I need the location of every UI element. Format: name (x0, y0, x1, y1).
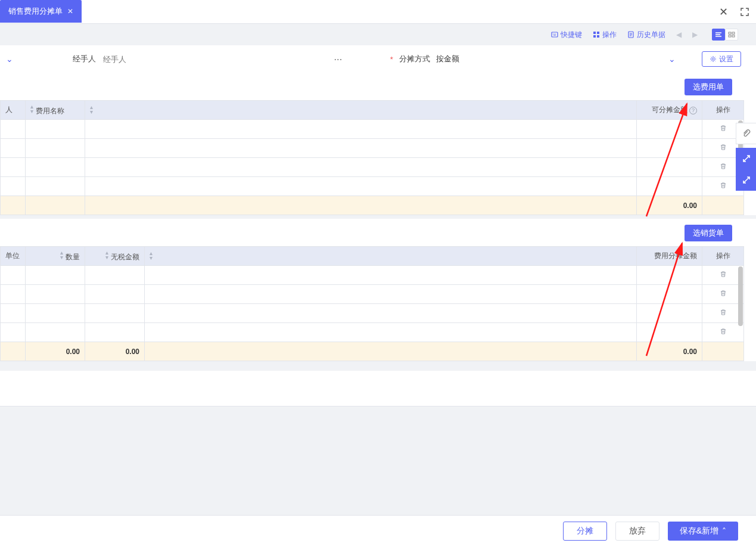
sales-table: 单位 ▴▾数量 ▴▾无税金额 ▴▾ 费用分摊金额 操作 0.000.000.00 (0, 246, 744, 361)
form-row: ⌄ 经手人 ··· * 分摊方式 按金额 ⌄ 设置 (0, 45, 756, 73)
keyboard-icon (551, 31, 558, 38)
view-card-icon[interactable] (725, 29, 738, 41)
grid-icon (593, 31, 600, 38)
chevron-down-icon[interactable]: ⌄ (668, 54, 676, 64)
col-person[interactable]: 人 (1, 101, 26, 120)
table-row[interactable] (1, 158, 744, 177)
svg-rect-2 (597, 32, 599, 34)
handler-lookup-icon[interactable]: ··· (334, 55, 343, 64)
col-op2: 操作 (702, 247, 744, 266)
fullscreen-icon[interactable] (739, 7, 750, 17)
scrollbar[interactable] (738, 266, 743, 326)
handler-input[interactable] (102, 54, 328, 64)
trash-icon[interactable] (720, 163, 727, 172)
table-row[interactable] (1, 323, 744, 342)
sort-icon: ▴▾ (30, 104, 33, 114)
total-row: 0.00 (1, 196, 744, 215)
table-row[interactable] (1, 139, 744, 158)
next-record-icon[interactable]: ▶ (692, 30, 698, 39)
svg-rect-3 (593, 35, 596, 38)
col-notax[interactable]: ▴▾无税金额 (85, 247, 145, 266)
table-row[interactable] (1, 177, 744, 196)
required-marker: * (390, 55, 393, 64)
col-op: 操作 (702, 101, 744, 120)
sort-icon: ▴▾ (90, 105, 93, 114)
right-rail (736, 123, 756, 191)
table-row[interactable] (1, 285, 744, 304)
svg-rect-0 (552, 32, 558, 37)
expense-table: 人 ▴▾费用名称 ▴▾ 可分摊金额? 操作 0.00 (0, 100, 744, 215)
handler-label: 经手人 (73, 54, 96, 64)
svg-rect-4 (597, 35, 599, 38)
svg-rect-9 (732, 35, 735, 37)
table-row[interactable] (1, 120, 744, 139)
chevron-up-icon: ˄ (722, 526, 726, 536)
col-expense-name[interactable]: ▴▾费用名称 (26, 101, 85, 120)
trash-icon[interactable] (720, 309, 727, 318)
col-blank2[interactable]: ▴▾ (145, 247, 637, 266)
save-new-button[interactable]: 保存&新增 ˄ (668, 522, 738, 541)
trash-icon[interactable] (720, 271, 727, 280)
discard-button[interactable]: 放弃 (615, 522, 659, 541)
method-select[interactable]: 按金额 (436, 54, 662, 64)
expense-table-section: 选费用单 人 ▴▾费用名称 ▴▾ 可分摊金额? 操作 (0, 73, 756, 215)
svg-rect-8 (729, 35, 731, 37)
trash-icon[interactable] (720, 290, 727, 299)
page-toolbar: 快捷键 操作 历史单据 ◀ ▶ (0, 24, 756, 45)
history-icon (627, 31, 634, 38)
svg-rect-1 (593, 32, 596, 34)
settings-button[interactable]: 设置 (702, 51, 741, 67)
history-link[interactable]: 历史单据 (627, 30, 665, 40)
sort-icon: ▴▾ (60, 250, 63, 260)
trash-icon[interactable] (720, 144, 727, 153)
col-blank[interactable]: ▴▾ (85, 101, 637, 120)
trash-icon[interactable] (720, 328, 727, 337)
table-row[interactable] (1, 304, 744, 323)
sales-table-section: 选销货单 单位 ▴▾数量 ▴▾无税金额 ▴▾ 费用分摊金额 操作 (0, 219, 756, 361)
allocate-button[interactable]: 分摊 (563, 522, 607, 541)
trash-icon[interactable] (720, 125, 727, 134)
attachment-icon[interactable] (736, 123, 756, 144)
tab-sales-expense[interactable]: 销售费用分摊单 ✕ (0, 0, 82, 23)
help-icon[interactable]: ? (689, 107, 697, 114)
total-row: 0.000.000.00 (1, 342, 744, 361)
method-label: 分摊方式 (399, 54, 430, 64)
col-alloc[interactable]: 费用分摊金额 (637, 247, 702, 266)
sort-icon: ▴▾ (150, 251, 153, 260)
svg-rect-7 (732, 32, 735, 34)
operate-link[interactable]: 操作 (593, 30, 617, 40)
expand-icon[interactable] (736, 148, 756, 169)
select-sales-button[interactable]: 选销货单 (685, 225, 732, 241)
trash-icon[interactable] (720, 182, 727, 191)
footer: 分摊 放弃 保存&新增 ˄ (0, 515, 756, 546)
chevron-down-icon[interactable]: ⌄ (6, 54, 13, 64)
close-panel-icon[interactable]: ✕ (718, 7, 729, 17)
close-icon[interactable]: ✕ (67, 7, 73, 15)
select-expense-button[interactable]: 选费用单 (685, 79, 732, 95)
shortcut-link[interactable]: 快捷键 (551, 30, 582, 40)
prev-record-icon[interactable]: ◀ (676, 30, 682, 39)
tab-title: 销售费用分摊单 (8, 6, 63, 17)
view-list-icon[interactable] (712, 29, 725, 41)
expand-icon-2[interactable] (736, 169, 756, 191)
svg-rect-6 (729, 32, 731, 34)
table-row[interactable] (1, 266, 744, 285)
col-allocatable[interactable]: 可分摊金额? (637, 101, 702, 120)
gear-icon (710, 55, 717, 63)
svg-point-10 (712, 58, 714, 60)
sort-icon: ▴▾ (105, 250, 108, 260)
tab-bar: 销售费用分摊单 ✕ ✕ (0, 0, 756, 24)
col-unit[interactable]: 单位 (1, 247, 26, 266)
col-qty[interactable]: ▴▾数量 (26, 247, 85, 266)
